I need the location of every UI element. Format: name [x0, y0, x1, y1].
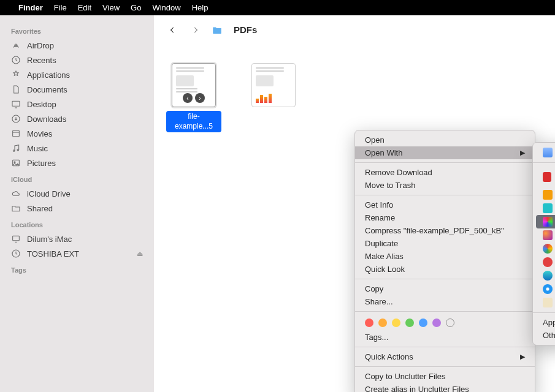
menu-help[interactable]: Help — [192, 3, 209, 12]
svg-point-6 — [17, 149, 19, 151]
svg-rect-2 — [12, 101, 20, 106]
sidebar-item-label: Dilum's iMac — [27, 235, 72, 244]
chrome-app-icon — [543, 244, 553, 254]
separator — [355, 366, 535, 367]
lightweight-pdf-app-icon — [543, 257, 553, 267]
imac-icon — [11, 234, 21, 244]
books-app-icon — [543, 190, 553, 200]
sidebar-item-imac[interactable]: Dilum's iMac — [5, 232, 149, 246]
sidebar-item-movies[interactable]: Movies — [5, 127, 149, 140]
sidebar-item-label: Pictures — [27, 159, 56, 168]
ctx-remove-download[interactable]: Remove Download — [355, 166, 535, 179]
ctx-share[interactable]: Share... — [355, 295, 535, 308]
acrobat-app-icon — [543, 172, 551, 182]
openwith-safari[interactable]: Safari — [533, 282, 555, 296]
ctx-copy-unclutter[interactable]: Copy to Unclutter Files — [355, 370, 535, 383]
file-item[interactable]: ‹› file-example...5 — [166, 63, 221, 132]
sidebar-item-downloads[interactable]: Downloads — [5, 112, 149, 126]
ctx-create-alias-unclutter[interactable]: Create alias in Unclutter Files — [355, 383, 535, 392]
ctx-move-to-trash[interactable]: Move to Trash — [355, 179, 535, 192]
section-icloud: iCloud — [5, 171, 149, 186]
sidebar-item-label: Downloads — [27, 115, 66, 124]
sidebar-item-music[interactable]: Music — [5, 141, 149, 155]
airdrop-icon — [11, 40, 21, 50]
menu-window[interactable]: Window — [152, 3, 180, 12]
openwith-firefox[interactable]: Firefox — [533, 228, 555, 242]
clock-icon — [11, 55, 21, 65]
ctx-quick-actions[interactable]: Quick Actions▶ — [355, 350, 535, 363]
ctx-duplicate[interactable]: Duplicate — [355, 237, 535, 250]
openwith-colorsync[interactable]: ColorSync Utility — [536, 215, 555, 228]
openwith-lightweight-pdf[interactable]: Lightweight PDF — [533, 255, 555, 269]
menu-file[interactable]: File — [54, 3, 67, 12]
sidebar-item-label: TOSHIBA EXT — [27, 249, 79, 258]
tag-blue[interactable] — [419, 318, 427, 327]
ctx-open[interactable]: Open — [355, 134, 535, 146]
svg-point-5 — [13, 150, 15, 152]
eject-icon[interactable]: ⏏ — [137, 250, 143, 258]
separator — [355, 347, 535, 347]
ctx-get-info[interactable]: Get Info — [355, 198, 535, 211]
openwith-books[interactable]: Books — [533, 188, 555, 202]
sidebar-item-label: Desktop — [27, 100, 56, 109]
app-name[interactable]: Finder — [18, 3, 43, 12]
ctx-copy[interactable]: Copy — [355, 282, 535, 295]
back-button[interactable] — [165, 23, 180, 37]
tag-purple[interactable] — [432, 318, 441, 327]
ctx-label: Quick Actions — [365, 352, 413, 361]
openwith-edge[interactable]: Microsoft Edge — [533, 269, 555, 282]
sidebar-item-label: Recents — [27, 56, 56, 65]
menu-edit[interactable]: Edit — [78, 3, 91, 12]
ctx-tags[interactable]: Tags... — [355, 331, 535, 344]
sidebar-item-label: Shared — [27, 204, 53, 213]
sidebar-item-desktop[interactable]: Desktop — [5, 97, 149, 111]
cloud-icon — [11, 189, 21, 198]
forward-button[interactable] — [188, 23, 203, 37]
file-item[interactable] — [246, 63, 301, 107]
openwith-app-store[interactable]: App Store... — [533, 316, 555, 329]
ctx-rename[interactable]: Rename — [355, 211, 535, 224]
openwith-canva[interactable]: Canva — [533, 202, 555, 215]
separator — [355, 162, 535, 163]
content-area: PDFs ‹› file-example...5 Open Open With▶ — [154, 15, 555, 392]
ctx-compress[interactable]: Compress "file-example_PDF_500_kB" — [355, 224, 535, 237]
sidebar-item-pictures[interactable]: Pictures — [5, 156, 149, 170]
sidebar-item-applications[interactable]: Applications — [5, 68, 149, 81]
sidebar-item-airdrop[interactable]: AirDrop — [5, 39, 149, 52]
sidebar-item-documents[interactable]: Documents — [5, 83, 149, 96]
tag-none[interactable] — [446, 318, 454, 327]
sidebar-item-label: iCloud Drive — [27, 189, 71, 198]
unarchiver-app-icon — [543, 298, 553, 307]
chevron-right-icon: ▶ — [520, 149, 525, 157]
openwith-other[interactable]: Other... — [533, 329, 555, 342]
svg-rect-9 — [13, 236, 20, 240]
open-with-submenu: Preview Adobe Acrobat (default) Books Ca… — [532, 142, 555, 345]
section-locations: Locations — [5, 216, 149, 231]
openwith-unarchiver[interactable]: The Unarchiver — [533, 296, 555, 309]
safari-app-icon — [543, 284, 553, 294]
sidebar-item-shared[interactable]: Shared — [5, 202, 149, 215]
tag-orange[interactable] — [378, 318, 387, 327]
sidebar-item-icloud-drive[interactable]: iCloud Drive — [5, 187, 149, 200]
openwith-chrome[interactable]: Google Chrome — [533, 242, 555, 255]
music-icon — [11, 143, 21, 153]
tag-green[interactable] — [405, 318, 414, 327]
tag-yellow[interactable] — [392, 318, 400, 327]
chevron-right-icon: ▶ — [520, 353, 525, 361]
sidebar-item-recents[interactable]: Recents — [5, 53, 149, 67]
shared-folder-icon — [11, 203, 21, 213]
time-machine-icon — [11, 249, 21, 258]
sidebar-item-external-drive[interactable]: TOSHIBA EXT⏏ — [5, 247, 149, 260]
openwith-preview[interactable]: Preview — [533, 146, 555, 159]
menu-view[interactable]: View — [102, 3, 120, 12]
ctx-quick-look[interactable]: Quick Look — [355, 263, 535, 276]
menu-go[interactable]: Go — [131, 3, 141, 12]
separator — [355, 279, 535, 279]
tag-red[interactable] — [365, 318, 373, 327]
openwith-acrobat[interactable]: Adobe Acrobat (default) — [533, 166, 555, 188]
separator — [533, 312, 555, 313]
ctx-make-alias[interactable]: Make Alias — [355, 250, 535, 263]
ctx-open-with[interactable]: Open With▶ — [355, 146, 535, 159]
pictures-icon — [11, 158, 21, 168]
separator — [355, 195, 535, 195]
